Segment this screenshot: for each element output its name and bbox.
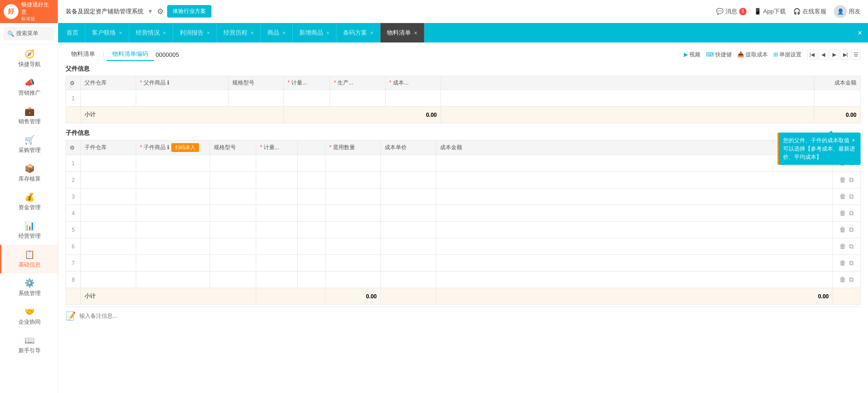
delete-row-button-8[interactable]: 🗑: [839, 276, 846, 283]
child-warehouse-cell-3[interactable]: [81, 188, 136, 205]
nav-prev-button[interactable]: ◀: [818, 49, 828, 60]
scan-input-button[interactable]: 扫码录入: [171, 143, 199, 152]
sidebar-item-quick-nav[interactable]: 🧭快捷导航: [0, 44, 58, 73]
online-service-button[interactable]: 🎧 在线客服: [793, 7, 826, 16]
tab-close-bom[interactable]: ✕: [414, 30, 417, 36]
messages-button[interactable]: 💬 消息 6: [716, 7, 747, 16]
child-unit-cell-6[interactable]: [256, 238, 298, 255]
sidebar-search[interactable]: 🔍 搜索菜单: [0, 23, 58, 44]
child-unit-cost-cell-8[interactable]: [381, 272, 436, 288]
parent-warehouse-cell[interactable]: [81, 90, 136, 107]
child-qty-cell-7[interactable]: [326, 255, 381, 272]
child-unit-cost-cell-1[interactable]: [381, 155, 436, 172]
tab-close-new-product[interactable]: ✕: [326, 30, 330, 36]
sidebar-item-operations[interactable]: 📊经营管理: [0, 216, 58, 245]
child-qty-cell-8[interactable]: [326, 272, 381, 288]
copy-row-button-6[interactable]: ⧉: [849, 242, 854, 250]
child-qty-cell-3[interactable]: [326, 188, 381, 205]
extract-cost-button[interactable]: 📥 提取成本: [737, 51, 768, 59]
delete-row-button-6[interactable]: 🗑: [839, 242, 846, 250]
delete-row-button-5[interactable]: 🗑: [839, 226, 846, 233]
child-product-cell-3[interactable]: [136, 188, 210, 205]
child-product-cell-1[interactable]: [136, 155, 210, 172]
child-warehouse-cell-5[interactable]: [81, 222, 136, 238]
child-warehouse-cell-4[interactable]: [81, 205, 136, 222]
child-spec-cell-2[interactable]: [210, 172, 256, 188]
tab-close-operations-history[interactable]: ✕: [250, 30, 254, 36]
child-warehouse-cell-2[interactable]: [81, 172, 136, 188]
parent-product-cell[interactable]: [136, 90, 229, 107]
sidebar-item-system[interactable]: ⚙️系统管理: [0, 273, 58, 302]
view-video-button[interactable]: ▶ 视频: [684, 51, 700, 59]
copy-row-button-7[interactable]: ⧉: [849, 259, 854, 266]
copy-row-button-8[interactable]: ⧉: [849, 276, 854, 283]
tooltip-close-button[interactable]: ×: [852, 136, 855, 145]
tab-bar-close-all[interactable]: ✕: [857, 30, 866, 36]
tab-close-barcode[interactable]: ✕: [370, 30, 374, 36]
sidebar-item-inventory[interactable]: 📦库存核算: [0, 159, 58, 187]
child-warehouse-cell-6[interactable]: [81, 238, 136, 255]
child-spec-cell-1[interactable]: [210, 155, 256, 172]
sidebar-item-sales[interactable]: 💼销售管理: [0, 102, 58, 130]
child-unit-cell-5[interactable]: [256, 222, 298, 238]
nav-first-button[interactable]: |◀: [807, 49, 817, 60]
child-unit-cell-4[interactable]: [256, 205, 298, 222]
child-unit-cell-7[interactable]: [256, 255, 298, 272]
parent-cost-cell[interactable]: [386, 90, 441, 107]
single-settings-button[interactable]: ⊞ 单据设置: [773, 51, 802, 59]
tab-close-products[interactable]: ✕: [282, 30, 286, 36]
child-warehouse-cell-8[interactable]: [81, 272, 136, 288]
child-product-cell-8[interactable]: [136, 272, 210, 288]
child-unit-cell-1[interactable]: [256, 155, 298, 172]
parent-col-settings[interactable]: ⚙: [66, 76, 81, 90]
tab-new-product[interactable]: 新增商品 ✕: [293, 23, 337, 42]
tab-operations-status[interactable]: 经营情况 ✕: [129, 23, 173, 42]
child-product-cell-7[interactable]: [136, 255, 210, 272]
tab-profit-report[interactable]: 利润报告 ✕: [173, 23, 217, 42]
child-spec-cell-7[interactable]: [210, 255, 256, 272]
child-spec-cell-6[interactable]: [210, 238, 256, 255]
app-download-button[interactable]: 📱 App下载: [754, 7, 786, 16]
tab-products[interactable]: 商品 ✕: [261, 23, 293, 42]
nav-next-button[interactable]: ▶: [829, 49, 839, 60]
child-warehouse-cell-1[interactable]: [81, 155, 136, 172]
user-menu[interactable]: 👤 用友: [834, 5, 861, 18]
sidebar-item-guide[interactable]: 📖新手引导: [0, 331, 58, 359]
child-warehouse-cell-7[interactable]: [81, 255, 136, 272]
sub-tab-bom-list[interactable]: 物料清单: [66, 48, 101, 61]
child-unit-cell-2[interactable]: [256, 172, 298, 188]
search-menu-button[interactable]: 🔍 搜索菜单: [4, 27, 54, 40]
copy-row-button-4[interactable]: ⧉: [849, 209, 854, 217]
tab-close-profit-report[interactable]: ✕: [206, 30, 210, 36]
child-unit-cost-cell-4[interactable]: [381, 205, 436, 222]
child-product-cell-5[interactable]: [136, 222, 210, 238]
sub-tab-bom-detail[interactable]: 物料清单编码: [107, 48, 154, 61]
child-unit-cost-cell-3[interactable]: [381, 188, 436, 205]
system-title-dropdown-icon[interactable]: ▼: [147, 8, 153, 15]
child-unit-cost-cell-7[interactable]: [381, 255, 436, 272]
sidebar-item-marketing[interactable]: 📣营销推广: [0, 73, 58, 102]
shortcut-button[interactable]: ⌨ 快捷键: [706, 51, 732, 59]
child-product-cell-4[interactable]: [136, 205, 210, 222]
child-unit-cost-cell-2[interactable]: [381, 172, 436, 188]
child-spec-cell-3[interactable]: [210, 188, 256, 205]
experience-button[interactable]: 体验行业方案: [167, 5, 211, 18]
child-qty-cell-6[interactable]: [326, 238, 381, 255]
nav-list-button[interactable]: ☰: [851, 49, 861, 60]
parent-spec-cell[interactable]: [229, 90, 284, 107]
tab-operations-history[interactable]: 经营历程 ✕: [217, 23, 261, 42]
note-input[interactable]: [79, 313, 861, 319]
nav-last-button[interactable]: ▶|: [840, 49, 850, 60]
settings-button[interactable]: ⚙: [157, 7, 163, 16]
sidebar-item-basic-info[interactable]: 📋基础信息: [0, 245, 58, 273]
copy-row-button-2[interactable]: ⧉: [849, 176, 854, 183]
delete-row-button-4[interactable]: 🗑: [839, 209, 846, 217]
parent-unit-cell[interactable]: [284, 90, 330, 107]
child-product-cell-6[interactable]: [136, 238, 210, 255]
delete-row-button-2[interactable]: 🗑: [839, 176, 846, 183]
child-qty-cell-5[interactable]: [326, 222, 381, 238]
child-unit-cell-8[interactable]: [256, 272, 298, 288]
child-unit-cell-3[interactable]: [256, 188, 298, 205]
sidebar-item-purchase[interactable]: 🛒采购管理: [0, 130, 58, 159]
tab-barcode[interactable]: 条码方案 ✕: [337, 23, 380, 42]
